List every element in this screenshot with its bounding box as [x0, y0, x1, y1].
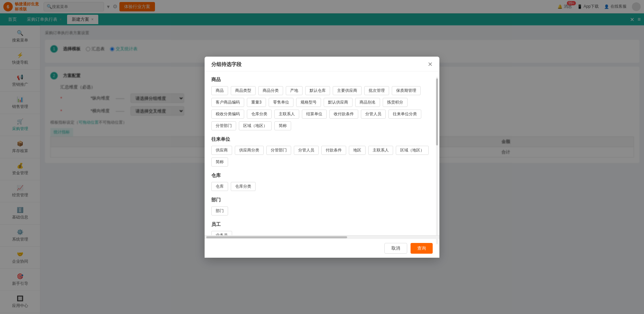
- modal-vscroll-thumb: [436, 78, 438, 145]
- section-counterparty-title: 往来单位: [211, 136, 433, 142]
- modal-hscroll[interactable]: [205, 235, 439, 239]
- field-region-goods[interactable]: 区域（地区）: [239, 121, 272, 130]
- modal-title: 分组待选字段: [211, 61, 241, 68]
- confirm-button[interactable]: 查询: [411, 243, 433, 254]
- section-goods: 商品 商品 商品类型 商品分类 产地 默认仓库 主要供应商 批次管理 保质期管理…: [211, 77, 433, 130]
- modal-overlay: 分组待选字段 ✕ 商品 商品 商品类型 商品分类 产地 默认仓库 主要供应商 批…: [0, 0, 644, 314]
- field-weight[interactable]: 重量3: [247, 98, 266, 107]
- field-cp-area[interactable]: 区域（地区）: [396, 146, 429, 155]
- field-cp-supervisor[interactable]: 分管人员: [294, 146, 319, 155]
- section-dept-title: 部门: [211, 197, 433, 203]
- field-origin[interactable]: 产地: [286, 86, 303, 95]
- section-emp-title: 员工: [211, 222, 433, 228]
- emp-fields: 业务员: [211, 231, 433, 235]
- field-dept[interactable]: 分管部门: [211, 121, 236, 130]
- modal-footer: 取消 查询: [205, 239, 439, 258]
- goods-fields: 商品 商品类型 商品分类 产地 默认仓库 主要供应商 批次管理 保质期管理 客户…: [211, 86, 433, 130]
- field-expiry-mgmt[interactable]: 保质期管理: [392, 86, 421, 95]
- field-cp-abbr[interactable]: 简称: [211, 158, 228, 167]
- field-retail-unit[interactable]: 零售单位: [269, 98, 293, 107]
- field-settlement-unit[interactable]: 结算单位: [302, 110, 327, 119]
- field-goods-alias[interactable]: 商品别名: [355, 98, 380, 107]
- field-cp-contact[interactable]: 主联系人: [368, 146, 393, 155]
- field-abbr-goods[interactable]: 简称: [274, 121, 291, 130]
- field-salesperson[interactable]: 业务员: [211, 231, 232, 235]
- section-employee: 员工 业务员: [211, 222, 433, 235]
- field-cp-dept[interactable]: 分管部门: [266, 146, 291, 155]
- field-customer-code[interactable]: 客户商品编码: [211, 98, 244, 107]
- field-wh-category[interactable]: 仓库分类: [231, 182, 256, 191]
- field-supplier[interactable]: 供应商: [211, 146, 232, 155]
- field-goods-category[interactable]: 商品分类: [258, 86, 283, 95]
- field-goods-type[interactable]: 商品类型: [231, 86, 256, 95]
- section-goods-title: 商品: [211, 77, 433, 83]
- field-pick-points[interactable]: 拣货积分: [383, 98, 408, 107]
- field-supplier-category[interactable]: 供应商分类: [235, 146, 264, 155]
- dept-fields: 部门: [211, 206, 433, 215]
- field-tax-code[interactable]: 税收分类编码: [211, 110, 244, 119]
- modal-close-button[interactable]: ✕: [428, 61, 433, 67]
- modal-vscroll[interactable]: [436, 77, 438, 244]
- field-payment-terms[interactable]: 收付款条件: [329, 110, 358, 119]
- warehouse-fields: 仓库 仓库分类: [211, 182, 433, 191]
- modal-dialog: 分组待选字段 ✕ 商品 商品 商品类型 商品分类 产地 默认仓库 主要供应商 批…: [205, 57, 439, 258]
- field-warehouse-category[interactable]: 仓库分类: [247, 110, 272, 119]
- field-wh-name[interactable]: 仓库: [211, 182, 228, 191]
- field-cp-payment[interactable]: 付款条件: [321, 146, 346, 155]
- field-default-supplier[interactable]: 默认供应商: [324, 98, 353, 107]
- field-goods[interactable]: 商品: [211, 86, 228, 95]
- modal-body[interactable]: 商品 商品 商品类型 商品分类 产地 默认仓库 主要供应商 批次管理 保质期管理…: [205, 71, 439, 235]
- field-supervisor[interactable]: 分管人员: [361, 110, 386, 119]
- cancel-button[interactable]: 取消: [384, 243, 407, 254]
- modal-hscroll-thumb: [206, 236, 347, 238]
- section-counterparty: 往来单位 供应商 供应商分类 分管部门 分管人员 付款条件 地区 主联系人 区域…: [211, 136, 433, 167]
- field-department[interactable]: 部门: [211, 206, 228, 215]
- modal-header: 分组待选字段 ✕: [205, 57, 439, 71]
- section-department: 部门 部门: [211, 197, 433, 215]
- section-warehouse: 仓库 仓库 仓库分类: [211, 173, 433, 191]
- counterparty-fields: 供应商 供应商分类 分管部门 分管人员 付款条件 地区 主联系人 区域（地区） …: [211, 146, 433, 167]
- field-main-supplier[interactable]: 主要供应商: [333, 86, 362, 95]
- field-spec-model[interactable]: 规格型号: [296, 98, 321, 107]
- field-cp-region[interactable]: 地区: [349, 146, 366, 155]
- field-counterparty-type[interactable]: 往来单位分类: [388, 110, 421, 119]
- field-main-contact[interactable]: 主联系人: [274, 110, 299, 119]
- field-default-warehouse[interactable]: 默认仓库: [305, 86, 330, 95]
- section-warehouse-title: 仓库: [211, 173, 433, 179]
- field-batch-mgmt[interactable]: 批次管理: [364, 86, 389, 95]
